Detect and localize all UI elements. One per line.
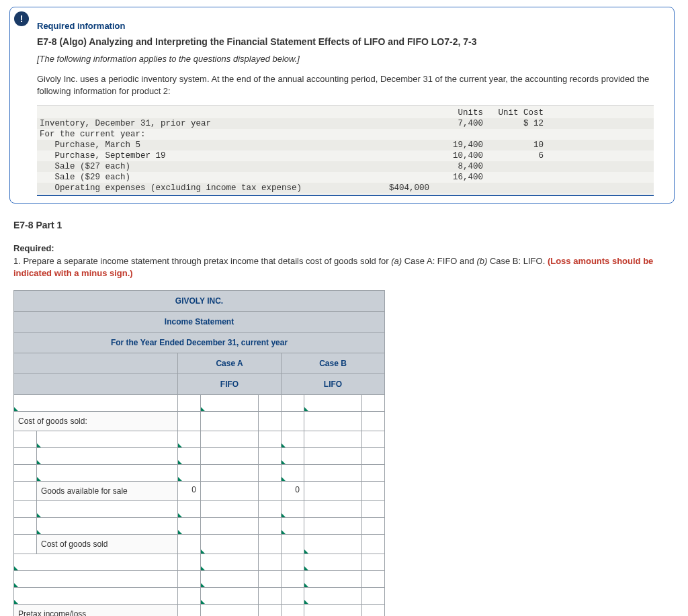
desc-input[interactable] [14, 394, 178, 411]
ws-lifo: LIFO [282, 373, 385, 394]
desc-input[interactable] [14, 570, 178, 587]
info-italic: [The following information applies to th… [37, 54, 654, 64]
amount-cell: 0 [282, 481, 304, 500]
ledger-table: Units Unit Cost Inventory, December 31, … [37, 105, 654, 196]
amount-input[interactable] [304, 394, 362, 411]
amount-input[interactable] [282, 447, 304, 464]
cogs-label: Cost of goods sold: [14, 411, 178, 431]
ledger-row: Sale ($27 each) 8,400 [37, 161, 654, 172]
amount-input[interactable] [178, 500, 201, 517]
desc-input[interactable] [37, 517, 178, 534]
ws-fifo: FIFO [178, 373, 282, 394]
alert-icon: ! [14, 11, 29, 26]
amount-cell: 0 [178, 481, 201, 500]
amount-input[interactable] [178, 517, 201, 534]
pretax-label: Pretax income/loss [14, 604, 178, 616]
ledger-row: For the current year: [37, 129, 654, 140]
ledger-row: Purchase, March 5 19,400 10 [37, 140, 654, 150]
amount-input[interactable] [178, 464, 201, 481]
required-info-header: Required information [37, 21, 654, 31]
ws-company: GIVOLY INC. [14, 290, 385, 311]
required-label: Required: [13, 243, 54, 253]
amount-input[interactable] [201, 534, 259, 554]
table-row [14, 587, 385, 604]
worksheet-table: GIVOLY INC. Income Statement For the Yea… [13, 290, 385, 616]
amount-input[interactable] [304, 587, 362, 604]
desc-input[interactable] [37, 500, 178, 517]
amount-input[interactable] [282, 500, 304, 517]
amount-input[interactable] [304, 554, 362, 570]
ws-case-b: Case B [282, 353, 385, 373]
amount-input[interactable] [304, 604, 362, 616]
amount-input[interactable] [282, 431, 304, 447]
ws-stmt: Income Statement [14, 311, 385, 332]
table-row [14, 554, 385, 570]
table-row [14, 500, 385, 517]
ws-period: For the Year Ended December 31, current … [14, 332, 385, 353]
desc-input[interactable] [14, 554, 178, 570]
table-row: Goods available for sale 0 0 [14, 481, 385, 500]
amount-input[interactable] [201, 554, 259, 570]
amount-input[interactable] [178, 431, 201, 447]
ledger-row: Sale ($29 each) 16,400 [37, 172, 654, 183]
required-info-box: ! Required information E7-8 (Algo) Analy… [9, 7, 675, 204]
info-body: Givoly Inc. uses a periodic inventory sy… [37, 73, 654, 97]
ledger-row: Operating expenses (excluding income tax… [37, 183, 654, 193]
part-header: E7-8 Part 1 [13, 220, 675, 230]
amount-input[interactable] [201, 587, 259, 604]
amount-input[interactable] [201, 604, 259, 616]
ledger-hdr-units: Units [429, 108, 483, 118]
desc-input[interactable] [37, 447, 178, 464]
table-row [14, 570, 385, 587]
amount-input[interactable] [304, 534, 362, 554]
desc-input[interactable] [37, 464, 178, 481]
table-row [14, 517, 385, 534]
gafs-label: Goods available for sale [37, 481, 178, 500]
amount-input[interactable] [282, 464, 304, 481]
amount-input[interactable] [178, 447, 201, 464]
ws-case-a: Case A [178, 353, 282, 373]
cogs-total-label: Cost of goods sold [37, 534, 178, 554]
table-row [14, 394, 385, 411]
table-row: Cost of goods sold: [14, 411, 385, 431]
exercise-title: E7-8 (Algo) Analyzing and Interpreting t… [37, 36, 654, 47]
ledger-hdr-cost: Unit Cost [483, 108, 544, 118]
ledger-row: Purchase, September 19 10,400 6 [37, 150, 654, 161]
ledger-row: Inventory, December 31, prior year 7,400… [37, 118, 654, 129]
amount-input[interactable] [282, 517, 304, 534]
desc-input[interactable] [37, 431, 178, 447]
desc-input[interactable] [14, 587, 178, 604]
amount-input[interactable] [304, 570, 362, 587]
required-block: Required: 1. Prepare a separate income s… [13, 243, 675, 279]
table-row: Pretax income/loss [14, 604, 385, 616]
amount-input[interactable] [201, 570, 259, 587]
table-row [14, 431, 385, 447]
table-row [14, 447, 385, 464]
amount-input[interactable] [201, 394, 259, 411]
table-row: Cost of goods sold [14, 534, 385, 554]
table-row [14, 464, 385, 481]
